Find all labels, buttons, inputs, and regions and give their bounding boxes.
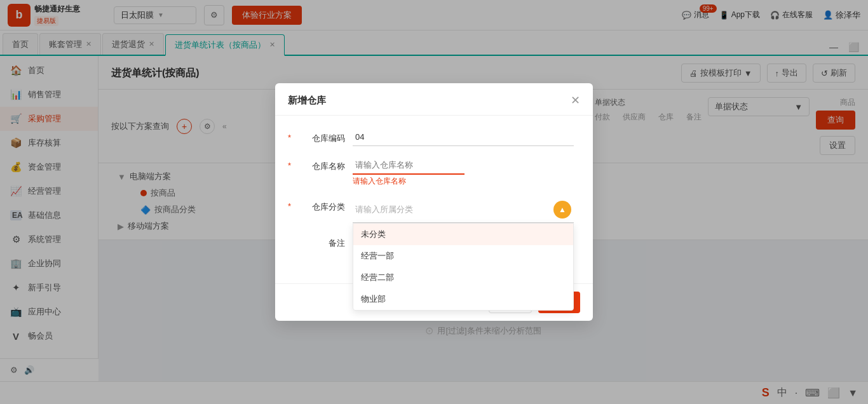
- modal-title: 新增仓库: [288, 95, 326, 107]
- name-error-msg: 请输入仓库名称: [353, 176, 574, 187]
- dropdown-item-dept2[interactable]: 经营二部: [353, 267, 573, 288]
- dropdown-item-dept1[interactable]: 经营一部: [353, 245, 573, 267]
- form-row-name: 仓库名称 请输入仓库名称: [294, 156, 574, 187]
- form-row-code: 仓库编码: [294, 128, 574, 146]
- category-dropdown[interactable]: 请输入所属分类 ▲: [353, 197, 574, 223]
- dropdown-item-none[interactable]: 未分类: [353, 224, 573, 245]
- name-label: 仓库名称: [294, 156, 345, 172]
- code-input[interactable]: [353, 128, 574, 146]
- modal-header: 新增仓库 ✕: [275, 83, 593, 116]
- category-field-wrap: 请输入所属分类 ▲ 未分类 经营一部 经营二部 物业部: [353, 197, 574, 223]
- modal-body: 仓库编码 仓库名称 请输入仓库名称 仓库分类 请输入所属分类 ▲ 未分类: [275, 116, 593, 283]
- category-dropdown-list: 未分类 经营一部 经营二部 物业部: [353, 223, 574, 311]
- category-up-arrow-icon: ▲: [553, 201, 571, 219]
- new-warehouse-modal: 新增仓库 ✕ 仓库编码 仓库名称 请输入仓库名称 仓库分类 请输入所属分类 ▲: [275, 83, 593, 321]
- category-label: 仓库分类: [294, 197, 345, 213]
- name-field-wrap: 请输入仓库名称: [353, 156, 574, 187]
- note-label: 备注: [294, 233, 345, 249]
- category-placeholder: 请输入所属分类: [355, 204, 413, 215]
- name-input[interactable]: [353, 156, 465, 175]
- form-row-category: 仓库分类 请输入所属分类 ▲ 未分类 经营一部 经营二部 物业部: [294, 197, 574, 223]
- code-label: 仓库编码: [294, 128, 345, 144]
- dropdown-item-property[interactable]: 物业部: [353, 288, 573, 310]
- modal-close-button[interactable]: ✕: [571, 93, 580, 107]
